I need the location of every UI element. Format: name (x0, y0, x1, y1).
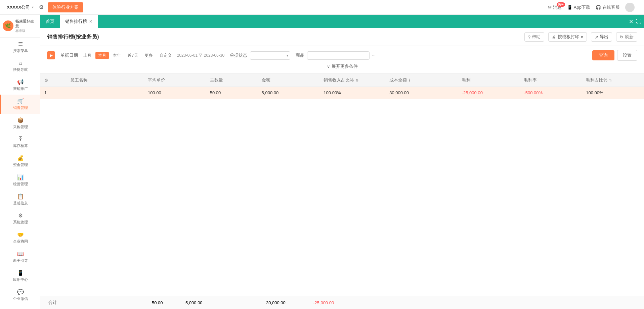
this-month-option[interactable]: 本月 (95, 52, 109, 59)
col-header-avg-price: 平均单价 (144, 74, 206, 87)
print-icon: 🖨 (552, 35, 556, 40)
col-header-amount: 金额 (258, 74, 320, 87)
sidebar-item-purchase[interactable]: 📦 采购管理 (0, 114, 40, 133)
sidebar-item-label: 搜索菜单 (13, 48, 28, 53)
sidebar-item-label: 快捷导航 (13, 67, 28, 72)
money-icon: 💰 (17, 155, 24, 161)
message-button[interactable]: ✉ 消息 99+ (548, 4, 562, 10)
page-actions: ? 帮助 🖨 按模板打印 ▾ ↗ 导出 ↻ 刷新 (524, 32, 637, 42)
col-header-profit: 毛利 (458, 74, 520, 87)
sidebar-item-basics[interactable]: 📋 基础信息 (0, 190, 40, 209)
content-area: 首页 销售排行榜 ✕ ✕ ⛶ 销售排行榜(按业务员) ? 帮助 (40, 15, 644, 309)
page-header: 销售排行榜(按业务员) ? 帮助 🖨 按模板打印 ▾ ↗ 导出 (40, 28, 644, 46)
this-year-option[interactable]: 本年 (110, 52, 124, 59)
avatar[interactable] (625, 3, 635, 12)
sidebar: 🌿 畅康通好生意 标准版 ☰ 搜索菜单 ⌂ 快捷导航 📢 营销推广 🛒 销售管理… (0, 15, 40, 309)
sidebar-item-label: 库存核算 (13, 143, 28, 148)
trial-button[interactable]: 体验行业方案 (48, 2, 83, 12)
sidebar-item-inventory[interactable]: 🗄 库存核算 (0, 133, 40, 152)
chevron-down-icon: ▾ (581, 35, 583, 40)
goods-input[interactable] (307, 51, 370, 60)
tab-label: 销售排行榜 (65, 18, 87, 24)
sort-icon[interactable]: ⇅ (356, 79, 358, 82)
headset-icon: 🎧 (596, 5, 601, 10)
chevron-down-icon: ∨ (327, 64, 330, 69)
sort-icon[interactable]: ⇅ (609, 79, 612, 82)
refresh-button[interactable]: ↻ 刷新 (616, 32, 637, 42)
custom-option[interactable]: 自定义 (157, 52, 174, 59)
sidebar-item-wechat[interactable]: 💬 企业微信 (0, 286, 40, 305)
expand-more-button[interactable]: ∨ 展开更多条件 (47, 63, 637, 69)
sidebar-item-label: 营销推广 (13, 86, 28, 91)
book-icon: 📖 (17, 251, 24, 257)
sidebar-item-marketing[interactable]: 📢 营销推广 (0, 75, 40, 95)
more-filter-icon[interactable]: ··· (372, 53, 376, 58)
sidebar-item-guide[interactable]: 📖 新手引导 (0, 247, 40, 266)
sidebar-item-label: 采购管理 (13, 124, 28, 130)
top-header: XXXXX公司 ▾ ⚙ 体验行业方案 ✉ 消息 99+ 📱 App下载 🎧 在线… (0, 0, 644, 15)
last-month-option[interactable]: 上月 (81, 52, 94, 59)
home-icon: ⌂ (19, 60, 22, 66)
last7days-option[interactable]: 近7天 (125, 52, 141, 59)
logo-icon: 🌿 (3, 20, 13, 31)
sidebar-item-sales[interactable]: 🛒 销售管理 (0, 95, 40, 114)
tab-close-icon[interactable]: ✕ (89, 19, 92, 24)
query-button[interactable]: 查询 (592, 50, 614, 60)
cell-idx: 1 (40, 87, 66, 99)
company-selector[interactable]: XXXXX公司 ▾ (4, 3, 36, 12)
handshake-icon: 🤝 (17, 231, 24, 238)
list-icon: 📋 (17, 193, 24, 200)
info-icon[interactable]: ℹ (409, 78, 410, 82)
sidebar-item-label: 企业协同 (13, 239, 28, 244)
status-label: 单据状态 (230, 52, 247, 58)
sidebar-item-system[interactable]: ⚙ 系统管理 (0, 209, 40, 228)
cart-icon: 🛒 (17, 98, 24, 104)
message-badge: 99+ (557, 2, 565, 7)
sidebar-item-app-center[interactable]: 📱 应用中心 (0, 266, 40, 286)
tab-home[interactable]: 首页 (40, 15, 60, 28)
tab-sales-ranking[interactable]: 销售排行榜 ✕ (60, 15, 98, 28)
print-button[interactable]: 🖨 按模板打印 ▾ (548, 32, 587, 42)
sidebar-item-shortcut[interactable]: ⌂ 快捷导航 (0, 57, 40, 75)
settings-icon[interactable]: ⚙ (39, 4, 44, 10)
column-settings-icon[interactable]: ⚙ (44, 78, 48, 83)
cell-cost: 30,000.00 (385, 87, 458, 99)
footer-profit: -25,000.00 (313, 300, 353, 305)
table-container: ⚙ 员工名称 平均单价 主数量 (40, 74, 644, 296)
online-service-button[interactable]: 🎧 在线客服 (596, 4, 620, 10)
col-header-profit-pct: 毛利占比% ⇅ (582, 74, 644, 87)
col-header-settings: ⚙ (40, 74, 66, 87)
sidebar-item-label: 经营管理 (13, 182, 28, 187)
sidebar-item-vip[interactable]: ♛ 畅会员 (0, 305, 40, 309)
tab-close-button[interactable]: ✕ (629, 18, 633, 25)
chevron-down-icon: ▾ (32, 5, 34, 9)
cell-sales-pct: 100.00% (319, 87, 385, 99)
col-header-name: 员工名称 (66, 74, 144, 87)
database-icon: 🗄 (18, 136, 23, 142)
cell-profit-rate: -500.00% (520, 87, 582, 99)
goods-label: 商品 (296, 52, 304, 58)
status-filter-group: 单据状态 (230, 51, 290, 60)
settings-button[interactable]: 设置 (617, 50, 637, 61)
goods-filter-group: 商品 ··· (296, 51, 376, 60)
sidebar-item-label: 系统管理 (13, 220, 28, 225)
status-select[interactable] (250, 51, 290, 60)
wechat-icon: 💬 (17, 289, 24, 295)
sidebar-item-enterprise[interactable]: 🤝 企业协同 (0, 228, 40, 247)
sidebar-item-search[interactable]: ☰ 搜索菜单 (0, 38, 40, 57)
cell-name (66, 87, 144, 99)
main-layout: 🌿 畅康通好生意 标准版 ☰ 搜索菜单 ⌂ 快捷导航 📢 营销推广 🛒 销售管理… (0, 15, 644, 309)
filter-toggle-arrow[interactable]: ▶ (47, 51, 55, 59)
sidebar-item-label: 基础信息 (13, 201, 28, 206)
app-download-button[interactable]: 📱 App下载 (567, 4, 590, 10)
more-option[interactable]: 更多 (142, 52, 156, 59)
megaphone-icon: 📢 (17, 79, 24, 85)
sidebar-item-finance[interactable]: 💰 资金管理 (0, 152, 40, 171)
tab-bar: 首页 销售排行榜 ✕ ✕ ⛶ (40, 15, 644, 28)
tab-maximize-button[interactable]: ⛶ (636, 18, 641, 24)
sidebar-item-management[interactable]: 📊 经营管理 (0, 171, 40, 190)
filter-area: ▶ 单据日期 上月 本月 本年 近7天 更多 自定义 2023-06-01 至 … (40, 46, 644, 74)
sidebar-item-label: 应用中心 (13, 277, 28, 282)
export-button[interactable]: ↗ 导出 (591, 32, 612, 42)
help-button[interactable]: ? 帮助 (524, 32, 544, 42)
